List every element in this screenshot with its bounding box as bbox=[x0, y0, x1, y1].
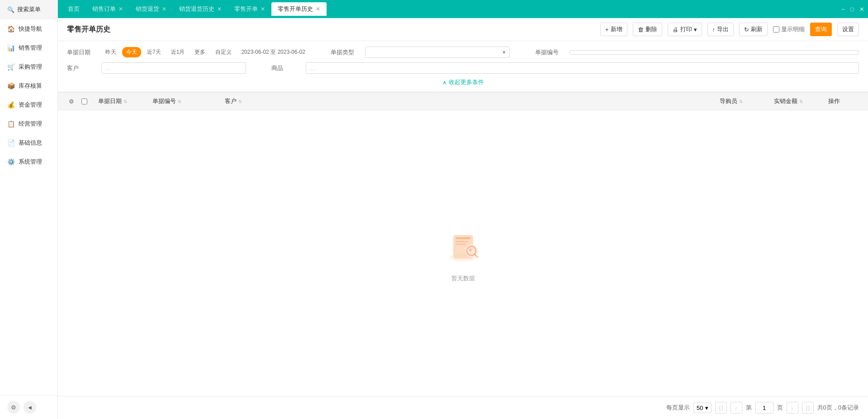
delete-button[interactable]: 🗑 删除 bbox=[633, 23, 662, 36]
col-amount-sort-icon: ⇅ bbox=[799, 99, 803, 104]
page-last-button[interactable]: ⟩⟩ bbox=[802, 402, 814, 414]
show-detail-checkbox[interactable] bbox=[773, 26, 779, 33]
refresh-label: 刷新 bbox=[751, 25, 763, 33]
col-num-label: 单据编号 bbox=[152, 97, 176, 105]
tab-sales-return[interactable]: 销货退货 ✕ bbox=[129, 2, 173, 16]
sidebar-search-label: 搜索菜单 bbox=[17, 5, 41, 14]
sidebar-item-basic-info[interactable]: 📄 基础信息 bbox=[0, 133, 57, 152]
date-btn-custom[interactable]: 自定义 bbox=[211, 47, 236, 57]
filter-row-2: 客户 ... 商品 ... bbox=[67, 62, 859, 74]
page-label: 第 bbox=[746, 404, 752, 412]
per-page-select[interactable]: 50 ▾ bbox=[693, 403, 711, 413]
page-first-button[interactable]: ⟨⟨ bbox=[715, 402, 727, 414]
collapse-icon: ∧ bbox=[442, 79, 447, 86]
col-customer-label: 客户 bbox=[225, 97, 237, 105]
per-page-value: 50 bbox=[697, 405, 703, 411]
add-icon: + bbox=[605, 26, 609, 33]
sidebar-item-sales[interactable]: 📊 销售管理 bbox=[0, 38, 57, 57]
window-close-button[interactable]: ✕ bbox=[859, 6, 864, 13]
filter-area: 单据日期 昨天 今天 近7天 近1月 更多 自定义 2023-06-02 至 2… bbox=[58, 41, 868, 92]
tab-sales-order[interactable]: 销售订单 ✕ bbox=[86, 2, 129, 16]
sidebar-item-purchase[interactable]: 🛒 采购管理 bbox=[0, 57, 57, 76]
window-minimize-button[interactable]: − bbox=[842, 6, 845, 13]
sidebar-search[interactable]: 🔍 搜索菜单 bbox=[0, 0, 57, 19]
print-button[interactable]: 🖨 打印 ▾ bbox=[668, 23, 702, 36]
per-page-chevron: ▾ bbox=[705, 405, 708, 411]
date-quick-btns: 昨天 今天 近7天 近1月 更多 自定义 2023-06-02 至 2023-0… bbox=[101, 47, 305, 57]
type-filter-label: 单据类型 bbox=[331, 48, 358, 56]
date-range-display: 2023-06-02 至 2023-06-02 bbox=[241, 48, 305, 56]
table-select-all-checkbox[interactable] bbox=[81, 99, 87, 104]
query-button[interactable]: 查询 bbox=[810, 23, 832, 36]
sidebar-item-inventory[interactable]: 📦 库存核算 bbox=[0, 76, 57, 95]
tab-retail-history[interactable]: 零售开单历史 ✕ bbox=[271, 2, 327, 16]
page-prev-button[interactable]: ‹ bbox=[730, 402, 742, 414]
col-date-sort-icon: ⇅ bbox=[123, 99, 127, 104]
date-btn-today[interactable]: 今天 bbox=[122, 47, 141, 57]
customer-filter-placeholder: ... bbox=[105, 65, 110, 71]
sidebar: 🔍 搜索菜单 🏠 快捷导航 📊 销售管理 🛒 采购管理 📦 库存核算 💰 资金管… bbox=[0, 0, 58, 419]
customer-filter-input[interactable]: ... bbox=[101, 62, 246, 74]
col-amount[interactable]: 实销金额 ⇅ bbox=[770, 97, 825, 105]
settings-filter-button[interactable]: 设置 bbox=[837, 23, 859, 36]
system-icon: ⚙️ bbox=[7, 158, 15, 165]
tab-retail-order[interactable]: 零售开单 ✕ bbox=[228, 2, 271, 16]
col-guide[interactable]: 导购员 ⇅ bbox=[716, 97, 770, 105]
sidebar-item-shortcuts[interactable]: 🏠 快捷导航 bbox=[0, 19, 57, 38]
delete-icon: 🗑 bbox=[638, 26, 644, 33]
tab-sales-order-close[interactable]: ✕ bbox=[119, 6, 123, 12]
col-guide-sort-icon: ⇅ bbox=[739, 99, 743, 104]
window-maximize-button[interactable]: □ bbox=[850, 6, 854, 13]
settings-filter-label: 设置 bbox=[842, 25, 854, 33]
goods-filter-input[interactable]: ... bbox=[306, 62, 859, 74]
query-label: 查询 bbox=[815, 25, 827, 33]
sidebar-item-label: 系统管理 bbox=[19, 158, 42, 166]
col-date[interactable]: 单据日期 ⇅ bbox=[95, 97, 149, 105]
per-page-label: 每页显示 bbox=[666, 404, 690, 412]
export-button[interactable]: ↑ 导出 bbox=[707, 23, 734, 36]
date-btn-1month[interactable]: 近1月 bbox=[167, 47, 189, 57]
sidebar-item-label: 快捷导航 bbox=[19, 25, 42, 33]
sidebar-item-management[interactable]: 📋 经营管理 bbox=[0, 114, 57, 133]
date-btn-7days[interactable]: 近7天 bbox=[143, 47, 165, 57]
sales-icon: 📊 bbox=[7, 44, 15, 52]
page-next-button[interactable]: › bbox=[787, 402, 798, 414]
col-amount-label: 实销金额 bbox=[774, 97, 797, 105]
tab-return-history-close[interactable]: ✕ bbox=[217, 6, 222, 12]
col-num[interactable]: 单据编号 ⇅ bbox=[149, 97, 221, 105]
type-filter-chevron: ▾ bbox=[503, 49, 506, 56]
management-icon: 📋 bbox=[7, 120, 15, 127]
tab-retail-history-label: 零售开单历史 bbox=[278, 5, 313, 13]
col-ops: 操作 bbox=[825, 97, 861, 105]
tab-home-label: 首页 bbox=[68, 5, 80, 13]
tab-retail-order-close[interactable]: ✕ bbox=[261, 6, 265, 12]
sidebar-item-label: 经营管理 bbox=[19, 120, 42, 128]
refresh-icon: ↻ bbox=[744, 26, 749, 33]
page-number-input[interactable] bbox=[755, 402, 773, 414]
tab-retail-order-label: 零售开单 bbox=[234, 5, 258, 13]
col-date-label: 单据日期 bbox=[98, 97, 122, 105]
tab-home[interactable]: 首页 bbox=[62, 2, 86, 16]
sidebar-item-finance[interactable]: 💰 资金管理 bbox=[0, 95, 57, 114]
num-filter-input[interactable] bbox=[569, 50, 859, 55]
date-btn-yesterday[interactable]: 昨天 bbox=[101, 47, 120, 57]
delete-label: 删除 bbox=[645, 25, 657, 33]
refresh-button[interactable]: ↻ 刷新 bbox=[739, 23, 768, 36]
add-label: 新增 bbox=[611, 25, 622, 33]
add-button[interactable]: + 新增 bbox=[600, 23, 627, 36]
goods-filter-label: 商品 bbox=[271, 64, 299, 72]
collapse-filter-btn[interactable]: ∧ 收起更多条件 bbox=[67, 78, 859, 86]
show-detail-toggle[interactable]: 显示明细 bbox=[773, 25, 805, 33]
settings-button[interactable]: ⚙ bbox=[7, 401, 20, 414]
print-icon: 🖨 bbox=[673, 26, 678, 33]
type-filter-select[interactable]: ▾ bbox=[365, 47, 510, 58]
tab-retail-history-close[interactable]: ✕ bbox=[316, 6, 320, 12]
table-column-settings-button[interactable]: ⚙ bbox=[65, 95, 78, 108]
tab-return-history[interactable]: 销货退货历史 ✕ bbox=[173, 2, 228, 16]
tab-sales-return-close[interactable]: ✕ bbox=[162, 6, 166, 12]
sidebar-item-system[interactable]: ⚙️ 系统管理 bbox=[0, 152, 57, 171]
collapse-sidebar-button[interactable]: ◄ bbox=[24, 401, 36, 414]
col-customer[interactable]: 客户 ⇅ bbox=[221, 97, 716, 105]
inventory-icon: 📦 bbox=[7, 82, 15, 89]
date-btn-more[interactable]: 更多 bbox=[190, 47, 209, 57]
